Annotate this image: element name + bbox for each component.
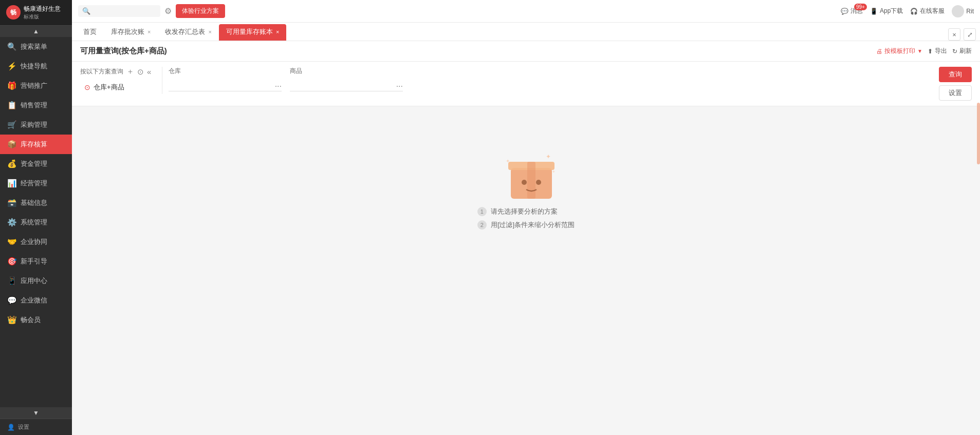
tab-collect-account[interactable]: 收发存汇总表 × xyxy=(158,24,218,41)
settings-btn[interactable]: 设置 xyxy=(939,85,972,101)
sidebar-item-purchase[interactable]: 🛒 采购管理 xyxy=(0,115,72,135)
sidebar-item-system[interactable]: ⚙️ 系统管理 xyxy=(0,213,72,232)
sidebar-item-sales[interactable]: 📋 销售管理 xyxy=(0,96,72,115)
topbar-search-input[interactable] xyxy=(94,8,145,15)
tabbar: 首页 库存批次账 × 收发存汇总表 × 可用量库存账本 × × ⤢ xyxy=(72,23,980,41)
cart-icon: 🛒 xyxy=(7,120,16,129)
filter-area: 按以下方案查询 ＋ ⊙ « ⊙ 仓库+商品 仓库 ... xyxy=(72,62,980,106)
service-icon: 🎧 xyxy=(910,8,918,15)
sidebar-item-enterprise[interactable]: 🤝 企业协同 xyxy=(0,232,72,252)
messages-btn[interactable]: 💬 消息 99+ xyxy=(841,7,863,15)
setting-scheme-btn[interactable]: ⊙ xyxy=(137,67,144,77)
app-download-btn[interactable]: 📱 App下载 xyxy=(870,7,903,15)
empty-tip-1: 1 请先选择要分析的方案 xyxy=(477,207,575,216)
sidebar-item-basic[interactable]: 🗃️ 基础信息 xyxy=(0,193,72,213)
messages-badge: 99+ xyxy=(854,4,867,10)
goods-more-btn[interactable]: ... xyxy=(396,80,403,89)
topbar-right-actions: 💬 消息 99+ 📱 App下载 🎧 在线客服 Rit xyxy=(841,5,974,17)
filter-field-goods: 商品 ... xyxy=(290,67,403,91)
basic-icon: 🗃️ xyxy=(7,198,16,207)
export-label: 导出 xyxy=(935,47,947,55)
username-label: Rit xyxy=(966,8,974,15)
user-bottom-label: 设置 xyxy=(18,423,29,431)
tabbar-close-all[interactable]: × xyxy=(948,28,960,41)
tabbar-expand[interactable]: ⤢ xyxy=(964,28,976,41)
topbar-search-icon: 🔍 xyxy=(82,7,90,15)
tab-collect-account-close[interactable]: × xyxy=(208,29,211,35)
service-label: 在线客服 xyxy=(920,7,945,15)
tab-available-qty-close[interactable]: × xyxy=(276,29,279,35)
empty-tip-2: 2 用[过滤]条件来缩小分析范围 xyxy=(477,220,575,230)
sidebar-item-app-center[interactable]: 📱 应用中心 xyxy=(0,271,72,291)
sidebar-item-marketing[interactable]: 🎁 营销推广 xyxy=(0,76,72,96)
svg-point-4 xyxy=(536,180,541,185)
sidebar-scroll-down[interactable]: ▼ xyxy=(0,407,72,419)
sidebar-item-search[interactable]: 🔍 搜索菜单 xyxy=(0,37,72,56)
industry-btn[interactable]: 体验行业方案 xyxy=(176,4,225,18)
add-scheme-btn[interactable]: ＋ xyxy=(126,67,134,77)
sidebar-item-operations[interactable]: 📊 经营管理 xyxy=(0,174,72,193)
scheme-item-warehouse-goods[interactable]: ⊙ 仓库+商品 xyxy=(80,81,156,94)
goods-input[interactable] xyxy=(290,81,394,88)
vip-icon: 👑 xyxy=(7,315,16,325)
warehouse-input[interactable] xyxy=(169,81,273,88)
sidebar-item-newbie[interactable]: 🎯 新手引导 xyxy=(0,252,72,271)
operations-icon: 📊 xyxy=(7,179,16,188)
tab-available-qty[interactable]: 可用量库存账本 × xyxy=(219,24,286,41)
dropdown-arrow-icon: ▼ xyxy=(917,48,922,54)
phone-icon: 📱 xyxy=(870,8,878,15)
shortcut-icon: ⚡ xyxy=(7,62,16,71)
svg-point-3 xyxy=(522,180,527,185)
scheme-icon: ⊙ xyxy=(84,83,90,91)
sidebar-scroll: 🔍 搜索菜单 ⚡ 快捷导航 🎁 营销推广 📋 销售管理 🛒 采购管理 📦 库存核… xyxy=(0,37,72,407)
warehouse-more-btn[interactable]: ... xyxy=(275,80,282,89)
right-scrollbar[interactable] xyxy=(977,103,980,164)
message-icon: 💬 xyxy=(841,8,848,15)
tip-1-text: 请先选择要分析的方案 xyxy=(491,207,558,216)
app-download-label: App下载 xyxy=(880,7,903,15)
sidebar-item-inventory[interactable]: 📦 库存核算 xyxy=(0,135,72,154)
tab-batch-account-close[interactable]: × xyxy=(147,29,151,35)
finance-icon: 💰 xyxy=(7,159,16,168)
sidebar-scroll-up[interactable]: ▲ xyxy=(0,26,72,37)
goods-label: 商品 xyxy=(290,67,403,75)
svg-text:✦: ✦ xyxy=(546,153,551,160)
empty-state: ✦ ✦ ✦ 1 请先选择要分析的方案 2 用[过滤]条件来缩小分析范围 xyxy=(72,106,980,271)
gift-icon: 🎁 xyxy=(7,81,16,90)
avatar xyxy=(952,5,964,17)
empty-svg: ✦ ✦ ✦ xyxy=(501,147,562,204)
filter-scheme-panel: 按以下方案查询 ＋ ⊙ « ⊙ 仓库+商品 xyxy=(80,67,162,94)
export-icon: ⬆ xyxy=(928,48,933,55)
online-service-btn[interactable]: 🎧 在线客服 xyxy=(910,7,945,15)
scheme-item-label: 仓库+商品 xyxy=(94,83,124,92)
empty-tips: 1 请先选择要分析的方案 2 用[过滤]条件来缩小分析范围 xyxy=(477,207,575,230)
newbie-icon: 🎯 xyxy=(7,257,16,266)
template-print-btn[interactable]: 🖨 按模板打印 ▼ xyxy=(876,47,922,55)
sidebar-user-bottom[interactable]: 👤 设置 xyxy=(0,419,72,435)
refresh-btn[interactable]: ↻ 刷新 xyxy=(952,47,972,55)
page-title: 可用量查询(按仓库+商品) xyxy=(80,46,167,56)
user-btn[interactable]: Rit xyxy=(952,5,974,17)
tab-batch-account-label: 库存批次账 xyxy=(111,27,144,36)
sidebar-item-shortcut[interactable]: ⚡ 快捷导航 xyxy=(0,56,72,76)
logo-text: 畅康通好生意 标准版 xyxy=(24,5,61,20)
svg-text:✦: ✦ xyxy=(552,169,556,174)
topbar-search-box[interactable]: 🔍 xyxy=(78,5,160,17)
collapse-scheme-btn[interactable]: « xyxy=(147,67,151,76)
query-btn[interactable]: 查询 xyxy=(939,67,972,82)
tab-batch-account[interactable]: 库存批次账 × xyxy=(104,24,158,41)
sidebar-item-corp-wechat[interactable]: 💬 企业微信 xyxy=(0,291,72,310)
goods-input-wrapper: ... xyxy=(290,78,403,91)
filter-field-warehouse: 仓库 ... xyxy=(169,67,282,91)
tip-1-num: 1 xyxy=(477,207,487,216)
tab-home[interactable]: 首页 xyxy=(76,24,104,41)
export-btn[interactable]: ⬆ 导出 xyxy=(928,47,947,55)
app-icon: 📱 xyxy=(7,276,16,286)
tab-collect-account-label: 收发存汇总表 xyxy=(165,27,205,36)
topbar-gear-icon[interactable]: ⚙ xyxy=(164,6,172,16)
sidebar-item-vip[interactable]: 👑 畅会员 xyxy=(0,310,72,330)
sales-icon: 📋 xyxy=(7,101,16,110)
sidebar-item-finance[interactable]: 💰 资金管理 xyxy=(0,154,72,174)
scheme-header-label: 按以下方案查询 xyxy=(80,67,123,76)
logo-icon: 畅 xyxy=(6,5,21,20)
